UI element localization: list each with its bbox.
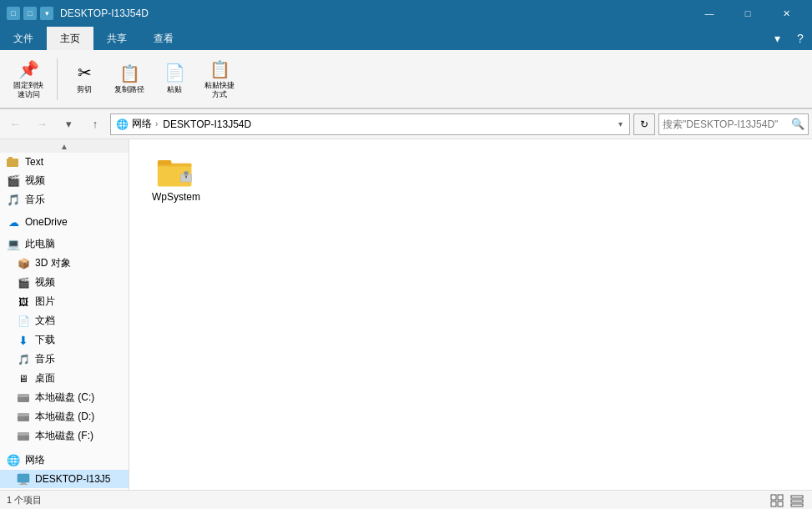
sidebar-label-documents: 文档	[35, 314, 55, 328]
disk-f-icon	[17, 430, 30, 443]
copy-path-button[interactable]: 📋 复制路径	[108, 56, 151, 103]
sidebar-item-downloads[interactable]: ⬇ 下载	[0, 330, 129, 350]
address-dropdown-arrow[interactable]: ▾	[618, 119, 623, 129]
svg-point-5	[26, 398, 28, 400]
svg-rect-11	[18, 432, 29, 436]
sidebar-item-video1[interactable]: 🎬 视频	[0, 171, 129, 190]
sidebar-label-text: Text	[25, 156, 43, 168]
main-area: ▲ Text 🎬 视频 🎵 音乐 ☁ OneDrive 💻	[0, 139, 812, 490]
search-box[interactable]: 🔍	[658, 113, 809, 135]
sidebar-label-disk-c: 本地磁盘 (C:)	[35, 391, 94, 405]
title-bar-icons: □ □ ▾	[7, 7, 53, 20]
sidebar-scroll-up[interactable]: ▲	[0, 139, 129, 153]
svg-rect-29	[185, 176, 187, 179]
copy-path-icon: 📋	[119, 63, 140, 83]
sidebar-label-pictures: 图片	[35, 295, 55, 309]
music-icon-1: 🎵	[7, 194, 20, 207]
sidebar-item-thispc[interactable]: 💻 此电脑	[0, 234, 129, 254]
window-title: DESKTOP-I13J54D	[60, 8, 690, 19]
sidebar-item-pictures[interactable]: 🖼 图片	[0, 292, 129, 311]
ribbon-tabs: 文件 主页 共享 查看 ▾ ?	[0, 27, 812, 50]
up-button[interactable]: ↑	[83, 113, 107, 136]
sidebar-label-disk-f: 本地磁盘 (F:)	[35, 429, 93, 443]
sidebar-item-onedrive[interactable]: ☁ OneDrive	[0, 213, 129, 231]
sidebar-item-3d[interactable]: 📦 3D 对象	[0, 254, 129, 273]
ribbon-sep-1	[57, 58, 58, 100]
breadcrumb-desktop[interactable]: DESKTOP-I13J54D	[163, 118, 251, 130]
sidebar-item-disk-f[interactable]: 本地磁盘 (F:)	[0, 426, 129, 446]
title-icon-2: □	[23, 7, 37, 20]
sidebar-label-music2: 音乐	[35, 352, 55, 366]
sidebar-label-desktop-computer: DESKTOP-I13J5	[35, 473, 110, 485]
wpsystem-label: WpSystem	[152, 191, 200, 203]
minimize-button[interactable]: —	[690, 0, 729, 27]
refresh-button[interactable]: ↻	[633, 113, 655, 135]
folder-text-icon	[7, 155, 20, 169]
downloads-icon: ⬇	[17, 334, 30, 347]
title-bar: □ □ ▾ DESKTOP-I13J54D — □ ✕	[0, 0, 812, 27]
cut-button[interactable]: ✂ 剪切	[64, 56, 104, 103]
back-button[interactable]: ←	[3, 113, 27, 136]
sidebar-item-disk-d[interactable]: 本地磁盘 (D:)	[0, 407, 129, 426]
sidebar-item-network[interactable]: 🌐 网络	[0, 451, 129, 470]
sidebar-label-3d: 3D 对象	[35, 256, 71, 270]
video-icon-1: 🎬	[7, 174, 20, 188]
svg-rect-32	[771, 501, 776, 506]
view-list-button[interactable]	[789, 492, 805, 509]
view-grid-button[interactable]	[769, 492, 785, 509]
svg-rect-1	[8, 157, 13, 159]
recent-locations-button[interactable]: ▾	[57, 113, 80, 136]
sidebar-label-video1: 视频	[25, 174, 45, 188]
tab-file[interactable]: 文件	[0, 27, 47, 50]
address-bar[interactable]: 🌐 网络 › DESKTOP-I13J54D ▾	[110, 113, 630, 135]
search-icon[interactable]: 🔍	[791, 118, 804, 130]
paste-shortcut-icon: 📋	[209, 59, 230, 79]
status-text: 1 个项目	[7, 494, 42, 506]
desktop-computer-icon	[17, 472, 30, 486]
music-icon-2: 🎵	[17, 353, 30, 366]
content-area: WpSystem	[129, 139, 812, 490]
folder-item-wpsystem[interactable]: WpSystem	[143, 153, 209, 206]
sidebar-label-onedrive: OneDrive	[25, 216, 68, 228]
video-icon-2: 🎬	[17, 276, 30, 290]
svg-rect-7	[18, 413, 29, 416]
sidebar-label-thispc: 此电脑	[25, 237, 55, 251]
pin-icon: 📌	[18, 59, 39, 79]
onedrive-icon: ☁	[7, 215, 20, 229]
paste-shortcut-button[interactable]: 📋 粘贴快捷方式	[198, 56, 241, 103]
svg-rect-30	[771, 495, 776, 500]
tab-home[interactable]: 主页	[47, 27, 93, 50]
breadcrumb-network[interactable]: 网络 ›	[132, 117, 159, 131]
maximize-button[interactable]: □	[729, 0, 767, 27]
svg-rect-28	[184, 172, 188, 174]
svg-point-9	[26, 417, 28, 419]
sidebar-item-desktop-computer[interactable]: DESKTOP-I13J5	[0, 470, 129, 488]
sidebar-label-network: 网络	[25, 453, 45, 467]
sidebar-item-desktop[interactable]: 🖥 桌面	[0, 369, 129, 388]
help-button[interactable]: ?	[789, 27, 812, 50]
sidebar-item-video2[interactable]: 🎬 视频	[0, 273, 129, 292]
ribbon: 文件 主页 共享 查看 ▾ ? 📌 固定到快速访问 ✂ 剪切 📋 复制路径 📄	[0, 27, 812, 109]
ribbon-content: 📌 固定到快速访问 ✂ 剪切 📋 复制路径 📄 粘贴 📋 粘贴快捷方式	[0, 50, 812, 108]
search-input[interactable]	[663, 118, 791, 130]
svg-rect-16	[19, 484, 28, 485]
paste-button[interactable]: 📄 粘贴	[154, 56, 194, 103]
sidebar-item-documents[interactable]: 📄 文档	[0, 311, 129, 330]
pin-button[interactable]: 📌 固定到快速访问	[7, 56, 50, 103]
sidebar-item-hansw[interactable]: HANSW-PC	[0, 488, 129, 490]
sidebar-item-music1[interactable]: 🎵 音乐	[0, 190, 129, 209]
sidebar-item-disk-c[interactable]: 本地磁盘 (C:)	[0, 388, 129, 407]
svg-rect-25	[158, 164, 192, 167]
title-icon-dropdown[interactable]: ▾	[40, 7, 53, 20]
tab-view[interactable]: 查看	[140, 27, 187, 50]
sidebar-item-music2[interactable]: 🎵 音乐	[0, 350, 129, 369]
close-button[interactable]: ✕	[767, 0, 805, 27]
sidebar-item-text[interactable]: Text	[0, 153, 129, 171]
forward-button[interactable]: →	[30, 113, 53, 136]
svg-rect-31	[778, 495, 783, 500]
pictures-icon: 🖼	[17, 295, 30, 309]
ribbon-collapse-button[interactable]: ▾	[765, 27, 789, 50]
svg-rect-15	[21, 482, 26, 484]
tab-share[interactable]: 共享	[93, 27, 140, 50]
svg-rect-36	[791, 504, 803, 506]
